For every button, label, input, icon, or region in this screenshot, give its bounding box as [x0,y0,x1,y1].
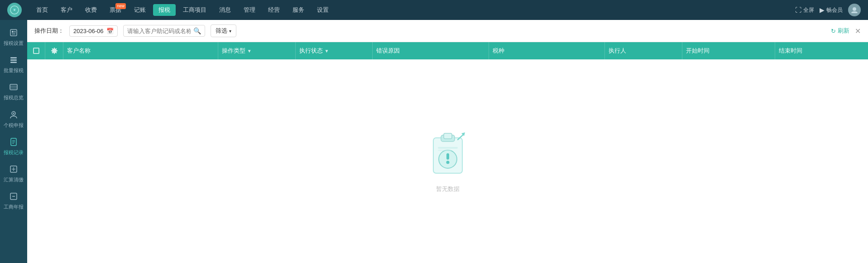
search-box[interactable]: 🔍 [123,25,205,37]
svg-point-0 [14,9,15,11]
sidebar-item-individual-tax[interactable]: 个税申报 [0,106,27,133]
tax-settings-icon [9,28,18,39]
sidebar-label-individual-tax: 个税申报 [4,122,24,128]
filter-button[interactable]: 筛选 ▾ [211,24,236,37]
new-badge: new [115,3,126,9]
user-avatar[interactable] [848,4,861,16]
svg-rect-6 [10,57,17,58]
top-navigation: 首页 客户 收费 票据 new 记账 报税 工商项目 消息 管理 经营 服务 设… [0,0,868,20]
nav-message[interactable]: 消息 [214,4,236,16]
member-button[interactable]: ▶ 畅会员 [820,6,843,14]
sidebar-item-batch-tax[interactable]: 批量报税 [0,51,27,78]
sidebar-item-settlement[interactable]: 汇算清缴 [0,160,27,187]
sidebar-label-tax-settings: 报税设置 [4,40,24,46]
search-input[interactable] [127,28,191,34]
app-logo [7,3,22,17]
nav-operation[interactable]: 经营 [263,4,285,16]
sidebar-item-tax-records[interactable]: 报税记录 [0,133,27,160]
svg-rect-32 [438,150,451,151]
sidebar-item-tax-settings[interactable]: 报税设置 [0,24,27,51]
svg-point-1 [853,7,856,11]
nav-invoice[interactable]: 票据 new [104,4,127,16]
th-error-reason: 错误原因 [373,42,489,59]
data-table: 客户名称 操作类型 ▼ 执行状态 ▼ 错误原因 税种 执行人 [27,42,868,263]
nav-items-list: 首页 客户 收费 票据 new 记账 报税 工商项目 消息 管理 经营 服务 设… [31,4,795,16]
th-gear[interactable] [45,42,63,59]
empty-state: 暂无数据 [407,112,489,211]
nav-business[interactable]: 工商项目 [177,4,212,16]
main-layout: 报税设置 批量报税 报税总览 [0,20,868,263]
tax-records-icon [9,137,18,148]
nav-right-section: ⛶ 全屏 ▶ 畅会员 [795,4,861,16]
toolbar-right: ↻ 刷新 ✕ [831,27,861,35]
nav-settings[interactable]: 设置 [312,4,334,16]
date-label: 操作日期： [34,27,64,35]
empty-illustration [425,130,470,180]
th-end-time: 结束时间 [775,42,868,59]
sort-icon-exec-status: ▼ [325,49,329,54]
individual-tax-icon [9,110,18,121]
fullscreen-icon: ⛶ [795,6,801,14]
toolbar: 操作日期： 2023-06-06 📅 🔍 筛选 ▾ ↻ 刷新 ✕ [27,20,868,42]
table-header: 客户名称 操作类型 ▼ 执行状态 ▼ 错误原因 税种 执行人 [27,42,868,59]
nav-manage[interactable]: 管理 [238,4,261,16]
svg-rect-31 [438,147,458,149]
th-executor: 执行人 [605,42,682,59]
th-tax-type: 税种 [489,42,605,59]
nav-service[interactable]: 服务 [287,4,310,16]
nav-bookkeeping[interactable]: 记账 [129,4,151,16]
svg-rect-9 [10,84,17,90]
date-value: 2023-06-06 [73,28,104,34]
empty-text: 暂无数据 [436,185,460,193]
chevron-down-icon: ▾ [229,29,231,34]
sidebar-item-tax-overview[interactable]: 报税总览 [0,78,27,105]
nav-billing[interactable]: 收费 [80,4,102,16]
nav-home[interactable]: 首页 [31,4,53,16]
refresh-label: 刷新 [838,27,849,35]
svg-point-28 [446,161,449,164]
sidebar-label-batch-tax: 批量报税 [4,68,24,73]
table-body: 暂无数据 [27,59,868,263]
th-client-name: 客户名称 [63,42,218,59]
svg-rect-4 [12,34,15,34]
sidebar-label-annual-report: 工商年报 [4,204,24,210]
svg-rect-8 [10,62,17,63]
svg-rect-27 [446,153,449,160]
refresh-icon: ↻ [831,28,836,34]
settlement-icon [9,165,18,175]
sidebar-label-tax-records: 报税记录 [4,150,24,156]
sidebar-label-settlement: 汇算清缴 [4,177,24,183]
svg-point-13 [13,112,14,114]
th-checkbox[interactable] [27,42,45,59]
svg-rect-5 [14,31,15,33]
batch-tax-icon [9,55,18,66]
content-area: 操作日期： 2023-06-06 📅 🔍 筛选 ▾ ↻ 刷新 ✕ [27,20,868,263]
date-picker[interactable]: 2023-06-06 📅 [69,25,118,37]
annual-report-icon [9,192,18,202]
svg-rect-25 [444,133,452,139]
svg-rect-3 [12,31,14,33]
nav-tax[interactable]: 报税 [153,4,176,16]
sort-icon-op-type: ▼ [247,49,252,54]
close-button[interactable]: ✕ [855,27,861,35]
search-icon[interactable]: 🔍 [193,27,201,34]
video-icon: ▶ [820,6,825,14]
sidebar-item-annual-report[interactable]: 工商年报 [0,187,27,214]
filter-label: 筛选 [216,27,227,35]
th-exec-status[interactable]: 执行状态 ▼ [296,42,373,59]
select-all-checkbox[interactable] [33,48,39,54]
fullscreen-button[interactable]: ⛶ 全屏 [795,6,814,14]
sidebar-label-tax-overview: 报税总览 [4,95,24,101]
tax-overview-icon [9,83,18,93]
calendar-icon: 📅 [106,28,114,34]
refresh-button[interactable]: ↻ 刷新 [831,27,849,35]
sidebar: 报税设置 批量报税 报税总览 [0,20,27,263]
th-op-type[interactable]: 操作类型 ▼ [218,42,296,59]
svg-rect-7 [10,59,17,61]
nav-customer[interactable]: 客户 [55,4,78,16]
th-start-time: 开始时间 [682,42,775,59]
